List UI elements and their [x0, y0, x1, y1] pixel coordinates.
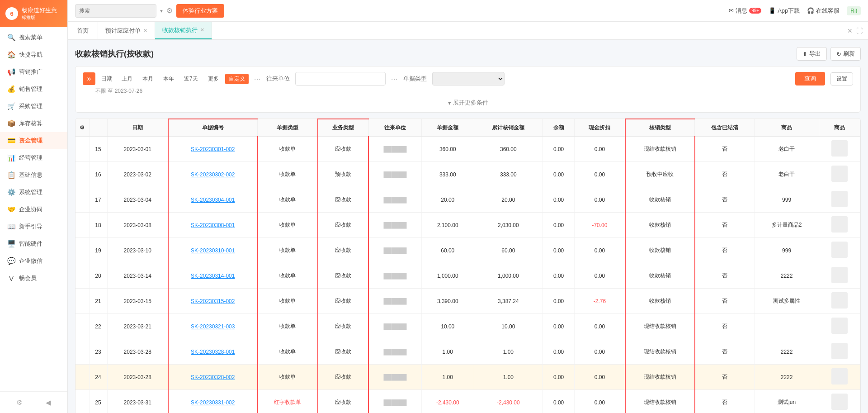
sidebar-item-ops[interactable]: 📊 经营管理: [0, 149, 67, 166]
table-cell: [75, 365, 89, 390]
counterpart-input[interactable]: [295, 72, 386, 85]
doc-no-cell[interactable]: SK-20230321-003: [168, 314, 258, 339]
sidebar-item-smart-hw[interactable]: 🖥️ 智能硬件: [0, 235, 67, 252]
doc-no-cell[interactable]: SK-20230314-001: [168, 263, 258, 289]
doc-no-cell[interactable]: SK-20230315-002: [168, 289, 258, 314]
tab-close-prepay[interactable]: ✕: [143, 28, 147, 33]
table-cell: 1.00: [421, 339, 474, 365]
settings-footer-btn[interactable]: ⚙: [16, 399, 22, 407]
sidebar-item-sales[interactable]: 💰 销售管理: [0, 81, 67, 98]
collapse-sidebar-btn[interactable]: ◀: [46, 399, 51, 407]
table-cell: 否: [695, 263, 755, 289]
sidebar-item-label: 智能硬件: [19, 240, 42, 248]
sys-icon: ⚙️: [7, 188, 15, 196]
table-cell: [819, 390, 860, 413]
biz-type-cell: 预收款: [318, 162, 368, 187]
date-btn-7days[interactable]: 近7天: [180, 74, 202, 84]
date-btn-this-month[interactable]: 本月: [139, 74, 157, 84]
date-btn-last-month[interactable]: 上月: [118, 74, 136, 84]
sidebar-item-marketing[interactable]: 📢 营销推广: [0, 63, 67, 81]
sidebar-item-label: 基础信息: [19, 171, 42, 179]
table-cell: 0.00: [575, 187, 625, 213]
notification-badge: 99+: [749, 8, 761, 14]
date-btn-this-year[interactable]: 本年: [160, 74, 178, 84]
table-cell: [75, 162, 89, 187]
sidebar-item-label: 快捷导航: [19, 51, 42, 59]
table-cell: 0.00: [542, 213, 574, 238]
table-cell: 0.00: [575, 314, 625, 339]
table-cell: 否: [695, 213, 755, 238]
doc-no-cell[interactable]: SK-20230302-002: [168, 162, 258, 187]
industry-solution-button[interactable]: 体验行业方案: [176, 4, 224, 18]
query-button[interactable]: 查询: [795, 72, 825, 85]
user-info[interactable]: Rit: [847, 6, 861, 15]
online-support-btn[interactable]: 🎧 在线客服: [807, 7, 840, 15]
sidebar-item-inventory[interactable]: 📦 库存核算: [0, 115, 67, 132]
sidebar-item-label: 新手引导: [19, 223, 42, 231]
col-header-gear[interactable]: ⚙: [75, 119, 89, 137]
sidebar-item-purchase[interactable]: 🛒 采购管理: [0, 98, 67, 115]
sidebar-item-wechat[interactable]: 💬 企业微信: [0, 252, 67, 270]
table-cell: [819, 137, 860, 162]
sidebar-nav: 🔍 搜索菜单 🏠 快捷导航 📢 营销推广 💰 销售管理 🛒 采购管理 📦 库存核…: [0, 27, 67, 391]
table-cell: 收款单: [258, 289, 318, 314]
chevron-down-icon[interactable]: ▾: [160, 8, 163, 14]
doc-no-cell[interactable]: SK-20230301-002: [168, 137, 258, 162]
table-row: 242023-03-28SK-20230328-002收款单应收款██████1…: [75, 365, 860, 390]
sidebar-item-member[interactable]: V 畅会员: [0, 270, 67, 287]
setting-button[interactable]: 设置: [830, 72, 853, 85]
date-btn-more[interactable]: 更多: [204, 74, 222, 84]
sales-icon: 💰: [7, 85, 15, 93]
search-input[interactable]: [75, 4, 156, 18]
doc-type-select[interactable]: [432, 72, 505, 85]
table-cell: 收款单: [258, 162, 318, 187]
inventory-icon: 📦: [7, 119, 15, 128]
settings-icon[interactable]: ⚙: [166, 6, 173, 15]
sidebar-item-newbie[interactable]: 📖 新手引导: [0, 218, 67, 235]
tab-close-receipt[interactable]: ✕: [200, 27, 204, 33]
doc-no-cell[interactable]: SK-20230304-001: [168, 187, 258, 213]
date-btn-custom[interactable]: 自定义: [225, 74, 249, 84]
table-cell: -2.76: [575, 289, 625, 314]
tab-prepay-orders[interactable]: 预计应应付单 ✕: [98, 22, 155, 39]
tab-home[interactable]: 首页: [68, 22, 98, 39]
expand-more-btn[interactable]: ▾ 展开更多条件: [83, 99, 853, 107]
doc-no-cell[interactable]: SK-20230331-002: [168, 390, 258, 413]
search-menu-icon: 🔍: [7, 33, 15, 42]
refresh-button[interactable]: ↻ 刷新: [830, 47, 861, 61]
table-cell: 2023-03-01: [107, 137, 168, 162]
table-cell: 否: [695, 339, 755, 365]
export-button[interactable]: ⬆ 导出: [797, 47, 827, 61]
doc-no-cell[interactable]: SK-20230328-002: [168, 365, 258, 390]
sidebar-item-sys[interactable]: ⚙️ 系统管理: [0, 184, 67, 201]
doc-no-cell[interactable]: SK-20230328-001: [168, 339, 258, 365]
doc-no-cell[interactable]: SK-20230308-001: [168, 213, 258, 238]
table-cell: ██████: [368, 213, 421, 238]
sidebar-item-corp[interactable]: 🤝 企业协同: [0, 201, 67, 218]
table-cell: 3,387.24: [474, 289, 542, 314]
table-cell: 22: [89, 314, 107, 339]
table-row: 162023-03-02SK-20230302-002收款单预收款██████3…: [75, 162, 860, 187]
tab-receipt-exec[interactable]: 收款核销执行 ✕: [155, 22, 212, 39]
notification-btn[interactable]: ✉ 消息 99+: [729, 7, 761, 15]
biz-type-cell: 应收款: [318, 187, 368, 213]
table-cell: 2023-03-21: [107, 314, 168, 339]
sidebar-item-search-menu[interactable]: 🔍 搜索菜单: [0, 29, 67, 46]
table-cell: 1.00: [474, 365, 542, 390]
table-cell: 17: [89, 187, 107, 213]
filter-bar: » 日期 上月 本月 本年 近7天 更多 自定义 ··· 往来单位 ··· 单据…: [75, 66, 861, 113]
table-cell: ██████: [368, 162, 421, 187]
filter-collapse-btn[interactable]: »: [83, 72, 95, 85]
table-cell: 1,000.00: [421, 263, 474, 289]
app-download-btn[interactable]: 📱 App下载: [769, 7, 800, 15]
sidebar-item-finance[interactable]: 💳 资金管理: [0, 132, 67, 149]
close-tab-icon[interactable]: ✕: [847, 27, 853, 34]
sidebar-item-basic[interactable]: 📋 基础信息: [0, 166, 67, 184]
logo-text: 畅康道好生意 标推版: [22, 7, 57, 20]
table-cell: [819, 289, 860, 314]
table-cell: 23: [89, 339, 107, 365]
fullscreen-icon[interactable]: ⛶: [856, 27, 863, 34]
doc-no-cell[interactable]: SK-20230310-001: [168, 238, 258, 263]
table-row: 212023-03-15SK-20230315-002收款单应收款██████3…: [75, 289, 860, 314]
sidebar-item-quick-nav[interactable]: 🏠 快捷导航: [0, 46, 67, 63]
